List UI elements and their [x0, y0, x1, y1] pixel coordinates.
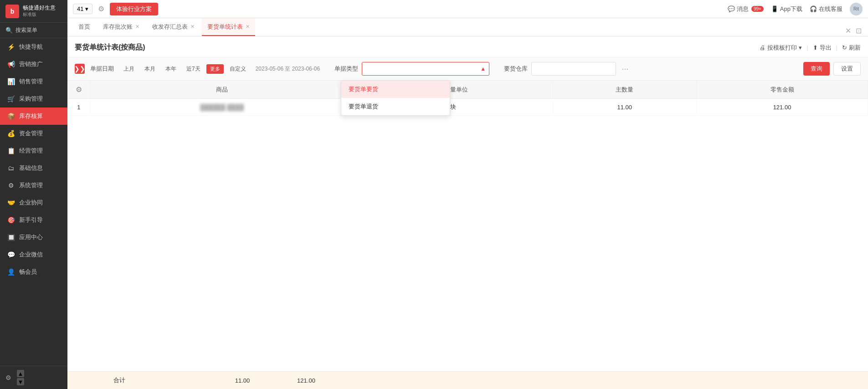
messages-button[interactable]: 💬 消息 99+ [728, 5, 764, 13]
sidebar-item-label-wechat: 企业微信 [19, 251, 43, 259]
print-template-button[interactable]: 🖨 按模板打印 ▾ [760, 44, 802, 52]
sidebar-search[interactable]: 🔍 搜索菜单 [0, 23, 67, 38]
last-7-days-btn[interactable]: 近7天 [182, 63, 205, 75]
type-filter-label: 单据类型 [334, 65, 358, 73]
warehouse-filter-input[interactable] [531, 62, 616, 76]
footer-qty: 11.00 [220, 377, 265, 384]
col-goods: 商品 [90, 81, 354, 99]
sidebar-search-label: 搜索菜单 [15, 26, 37, 34]
sidebar-item-app-center[interactable]: 🔲 应用中心 [0, 229, 67, 246]
custom-date-btn[interactable]: 自定义 [226, 63, 250, 75]
tab-close-inventory-batch[interactable]: ✕ [135, 24, 139, 30]
marketing-icon: 📢 [6, 61, 15, 68]
table-settings-icon[interactable]: ⚙ [76, 86, 82, 93]
sidebar-item-base-info[interactable]: 🗂 基础信息 [0, 159, 67, 177]
sidebar-item-label-membership: 畅会员 [19, 268, 37, 276]
sidebar-item-label-finance: 资金管理 [19, 129, 43, 138]
trial-button[interactable]: 体验行业方案 [110, 3, 158, 15]
chevron-down-print-icon: ▾ [799, 44, 802, 51]
last-month-btn[interactable]: 上月 [119, 63, 139, 75]
tab-label-requisition-summary: 要货单统计表 [207, 23, 243, 31]
app-download-button[interactable]: 📱 App下载 [771, 5, 802, 13]
tab-close-requisition-summary[interactable]: ✕ [246, 24, 250, 30]
table-container: ⚙ 商品 主计量单位 主数量 零售金额 1 ██████ ████ 块 11.0… [67, 81, 868, 371]
membership-icon: 👤 [6, 268, 15, 276]
query-button[interactable]: 查询 [803, 62, 830, 76]
sidebar-item-sales[interactable]: 📊 销售管理 [0, 73, 67, 90]
more-dates-btn[interactable]: 更多 [206, 64, 224, 74]
filter-more-icon[interactable]: ··· [621, 64, 628, 74]
tab-close-receivables-summary[interactable]: ✕ [190, 24, 195, 30]
sidebar-item-label-marketing: 营销推广 [19, 60, 43, 68]
sidebar-item-system[interactable]: ⚙ 系统管理 [0, 177, 67, 194]
sidebar-item-label-guide: 新手引导 [19, 216, 43, 224]
sidebar: b 畅捷通好生意 标准版 🔍 搜索菜单 ⚡ 快捷导航 📢 营销推广 📊 销售管理… [0, 0, 67, 389]
headset-icon: 🎧 [810, 5, 817, 12]
col-amount: 零售金额 [697, 81, 868, 99]
operations-icon: 📋 [6, 147, 15, 154]
sidebar-scroll-controls: ▲ ▼ [17, 370, 24, 385]
message-badge: 99+ [751, 6, 764, 12]
export-icon: ⬆ [813, 44, 818, 51]
topbar-right: 💬 消息 99+ 📱 App下载 🎧 在线客服 Rit [728, 3, 863, 15]
col-qty: 主数量 [553, 81, 697, 99]
cell-no-0: 1 [67, 99, 90, 116]
close-window-icon[interactable]: ✕ [844, 26, 852, 36]
export-button[interactable]: ⬆ 导出 [813, 44, 832, 52]
topbar-left: 41 ▾ ⚙ 体验行业方案 [73, 3, 158, 15]
sidebar-item-operations[interactable]: 📋 经营管理 [0, 142, 67, 159]
scroll-down-btn[interactable]: ▼ [17, 378, 24, 385]
settings-button[interactable]: 设置 [833, 62, 861, 76]
finance-icon: 💰 [6, 130, 15, 137]
sidebar-item-inventory[interactable]: 📦 库存核算 [0, 107, 67, 125]
app-logo-icon: b [5, 5, 19, 18]
phone-icon: 📱 [771, 5, 778, 12]
avatar-initials: Rit [850, 3, 863, 15]
dropdown-item-requisition-order[interactable]: 要货单要货 [341, 81, 450, 98]
sidebar-item-purchase[interactable]: 🛒 采购管理 [0, 90, 67, 107]
sidebar-nav: ⚡ 快捷导航 📢 营销推广 📊 销售管理 🛒 采购管理 📦 库存核算 💰 资金管… [0, 38, 67, 366]
refresh-icon: ↻ [842, 44, 847, 51]
this-month-btn[interactable]: 本月 [140, 63, 159, 75]
sidebar-item-membership[interactable]: 👤 畅会员 [0, 263, 67, 281]
filter-expand-button[interactable]: ❯❯ [75, 64, 85, 74]
sidebar-logo: b 畅捷通好生意 标准版 [0, 0, 67, 23]
this-year-btn[interactable]: 本年 [161, 63, 180, 75]
page-content: 要货单统计表(按商品) 🖨 按模板打印 ▾ | ⬆ 导出 | ↻ 刷新 [67, 36, 868, 389]
settings-gear-icon[interactable]: ⚙ [5, 374, 11, 381]
tab-inventory-batch[interactable]: 库存批次账✕ [98, 18, 145, 36]
page-header: 要货单统计表(按商品) 🖨 按模板打印 ▾ | ⬆ 导出 | ↻ 刷新 [67, 36, 868, 57]
quick-nav-icon: ⚡ [6, 43, 15, 51]
sidebar-item-cooperation[interactable]: 🤝 企业协同 [0, 194, 67, 211]
company-selector[interactable]: 41 ▾ [73, 4, 92, 14]
footer-total-label: 合计 [74, 376, 165, 384]
print-icon: 🖨 [760, 44, 765, 51]
app-download-label: App下载 [780, 5, 802, 13]
col-settings[interactable]: ⚙ [67, 81, 90, 99]
scroll-up-btn[interactable]: ▲ [17, 370, 24, 377]
sidebar-item-finance[interactable]: 💰 资金管理 [0, 125, 67, 142]
online-service-button[interactable]: 🎧 在线客服 [810, 5, 842, 13]
maximize-window-icon[interactable]: ⊡ [855, 26, 863, 36]
date-filter-label: 单据日期 [90, 65, 114, 73]
sidebar-item-quick-nav[interactable]: ⚡ 快捷导航 [0, 38, 67, 56]
refresh-button[interactable]: ↻ 刷新 [842, 44, 861, 52]
sidebar-item-label-base-info: 基础信息 [19, 164, 43, 172]
dropdown-item-requisition-return[interactable]: 要货单退货 [341, 98, 450, 115]
type-select-input[interactable] [362, 62, 489, 76]
warehouse-filter-label: 要货仓库 [504, 65, 528, 73]
sidebar-item-marketing[interactable]: 📢 营销推广 [0, 56, 67, 73]
sidebar-item-label-inventory: 库存核算 [19, 112, 43, 120]
tab-requisition-summary[interactable]: 要货单统计表✕ [202, 18, 255, 36]
tab-receivables-summary[interactable]: 收发存汇总表✕ [147, 18, 200, 36]
sidebar-item-guide[interactable]: 🎯 新手引导 [0, 211, 67, 229]
cell-goods-0: ██████ ████ [90, 99, 354, 116]
topbar-settings-icon[interactable]: ⚙ [98, 5, 104, 13]
sidebar-item-wechat[interactable]: 💬 企业微信 [0, 246, 67, 263]
sidebar-item-label-quick-nav: 快捷导航 [19, 43, 43, 51]
online-service-label: 在线客服 [819, 5, 842, 13]
footer-amount: 121.00 [283, 377, 329, 384]
sidebar-item-label-system: 系统管理 [19, 181, 43, 189]
user-avatar[interactable]: Rit [850, 3, 863, 15]
tab-home[interactable]: 首页 [73, 18, 96, 36]
